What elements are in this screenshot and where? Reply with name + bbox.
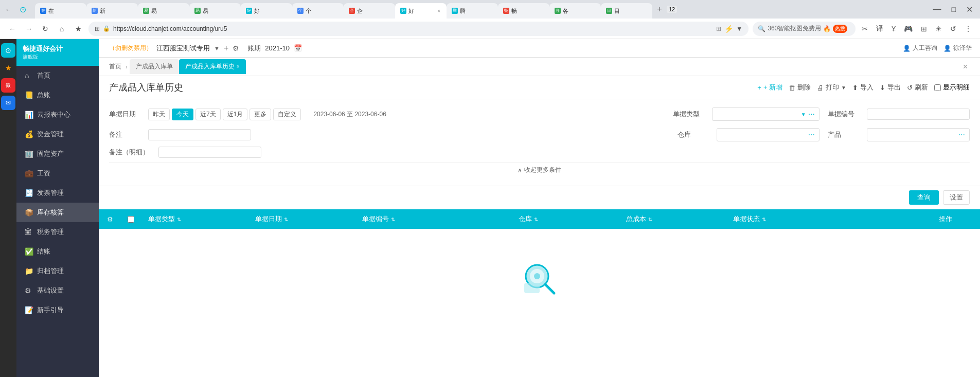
- th-checkbox[interactable]: [123, 216, 144, 223]
- tab-history-close[interactable]: ×: [237, 64, 240, 69]
- bookmark-button[interactable]: ★: [72, 23, 84, 35]
- product-dots-icon[interactable]: ···: [958, 130, 965, 139]
- tab-item-6[interactable]: 个 个: [292, 3, 344, 19]
- sidebar-item-tax[interactable]: 🏛 税务管理: [16, 222, 99, 242]
- period-value: 2021-10: [265, 44, 290, 52]
- refresh-button[interactable]: ↺ 刷新: [907, 83, 928, 92]
- home-app-icon[interactable]: ⊙: [1, 43, 15, 58]
- sidebar-item-reports[interactable]: 📊 云报表中心: [16, 105, 99, 124]
- add-button[interactable]: + + 新增: [757, 83, 782, 92]
- tab-item-3[interactable]: 易 易: [138, 3, 189, 19]
- scissors-tool[interactable]: ✂: [860, 23, 870, 35]
- translate-tool[interactable]: 译: [874, 22, 885, 35]
- tab-list[interactable]: 产成品入库单: [130, 59, 179, 74]
- reload-button[interactable]: ↻: [39, 23, 51, 35]
- grid-tool[interactable]: ⊞: [919, 23, 929, 35]
- more-tool[interactable]: ⋮: [963, 23, 974, 35]
- star-app-icon[interactable]: ★: [1, 61, 15, 75]
- tab-item-8[interactable]: 好 好 ×: [395, 3, 447, 19]
- th-cost[interactable]: 总成本 ⇅: [622, 214, 729, 224]
- sidebar-item-inventory[interactable]: 📦 库存核算: [16, 203, 99, 222]
- th-settings[interactable]: ⚙: [103, 216, 123, 223]
- table-settings-icon[interactable]: ⚙: [107, 216, 113, 223]
- user-avatar[interactable]: 👤 徐泽华: [943, 44, 972, 52]
- date-btn-today[interactable]: 今天: [172, 109, 193, 120]
- back-button[interactable]: ←: [6, 23, 19, 35]
- date-btn-yesterday[interactable]: 昨天: [148, 109, 170, 120]
- new-tab-button[interactable]: +: [652, 2, 667, 16]
- breadcrumb-home[interactable]: 首页: [107, 62, 123, 71]
- th-status[interactable]: 单据状态 ⇅: [729, 214, 836, 224]
- search-bar[interactable]: 🔍 360智能抠图免费用 🔥 热搜: [753, 22, 856, 36]
- date-btn-more[interactable]: 更多: [250, 109, 271, 120]
- sidebar-item-funds[interactable]: 💰 资金管理: [16, 124, 99, 144]
- game-tool[interactable]: 🎮: [902, 23, 915, 35]
- sidebar-item-home[interactable]: ⌂ 首页: [16, 66, 99, 85]
- mail-app-icon[interactable]: ✉: [1, 96, 15, 110]
- undo-tool[interactable]: ↺: [948, 23, 958, 35]
- type-filter-select[interactable]: ▼ ···: [712, 107, 819, 121]
- export-button[interactable]: ⬇ 导出: [880, 83, 901, 92]
- tab-item-1[interactable]: 在 在: [35, 3, 86, 19]
- sidebar-item-salary[interactable]: 💼 工资: [16, 164, 99, 183]
- date-btn-7days[interactable]: 近7天: [195, 109, 221, 120]
- yuan-tool[interactable]: ¥: [889, 23, 898, 35]
- browser-back-icon[interactable]: ←: [2, 3, 14, 15]
- query-button[interactable]: 查询: [909, 190, 939, 205]
- tab-item-7[interactable]: 企 企: [344, 3, 395, 19]
- tab-item-2[interactable]: 新 新: [86, 3, 138, 19]
- settings-gear-icon[interactable]: ⚙: [233, 44, 239, 52]
- tab-item-9[interactable]: 腾 腾: [447, 3, 498, 19]
- tab-item-4[interactable]: 易 易: [189, 3, 241, 19]
- tab-item-12[interactable]: 目 目: [601, 3, 652, 19]
- type-dots-icon[interactable]: ···: [808, 110, 815, 119]
- address-bar[interactable]: ⊞ 🔒 https://cloud.chanjet.com/accounting…: [88, 22, 749, 36]
- weibo-app-icon[interactable]: 微: [1, 78, 15, 93]
- show-columns-checkbox[interactable]: 显示明细: [934, 83, 970, 92]
- home-button[interactable]: ⌂: [56, 23, 68, 35]
- delete-button[interactable]: 🗑 删除: [789, 83, 811, 92]
- tab-history[interactable]: 产成品入库单历史 ×: [179, 59, 246, 74]
- warehouse-filter-select[interactable]: ···: [717, 128, 819, 141]
- brightness-tool[interactable]: ☀: [933, 23, 944, 35]
- th-type[interactable]: 单据类型 ⇅: [144, 214, 251, 224]
- forward-button[interactable]: →: [23, 23, 35, 35]
- service-button[interactable]: 👤 人工咨询: [903, 44, 937, 52]
- maximize-button[interactable]: □: [947, 5, 961, 13]
- th-warehouse[interactable]: 仓库 ⇅: [514, 214, 621, 224]
- add-account-button[interactable]: +: [224, 44, 228, 53]
- th-date[interactable]: 单据日期 ⇅: [251, 214, 358, 224]
- note-filter-input[interactable]: [148, 129, 251, 140]
- sidebar-item-ledger[interactable]: 📒 总账: [16, 85, 99, 105]
- date-btn-1month[interactable]: 近1月: [223, 109, 248, 120]
- account-dropdown[interactable]: ▼: [214, 45, 220, 51]
- sidebar-item-invoice[interactable]: 🧾 发票管理: [16, 183, 99, 203]
- note-detail-input[interactable]: [158, 147, 261, 158]
- sidebar-item-newtype[interactable]: 📝 新手引导: [16, 300, 99, 320]
- browser-nav-icon[interactable]: ⊙: [16, 3, 29, 15]
- sidebar-item-fixed[interactable]: 🏢 固定资产: [16, 144, 99, 164]
- date-range-text: 2023-06-06 至 2023-06-06: [313, 110, 386, 119]
- print-button[interactable]: 🖨 打印 ▼: [817, 83, 846, 92]
- import-button[interactable]: ⬆ 导入: [852, 83, 874, 92]
- tab-item-10[interactable]: 畅 畅: [498, 3, 549, 19]
- dropdown-icon[interactable]: ▼: [736, 25, 742, 32]
- settings-button[interactable]: 设置: [943, 190, 970, 205]
- sidebar-header[interactable]: 畅捷通好会计 旗舰版: [16, 39, 99, 66]
- tab-item-11[interactable]: 各 各: [549, 3, 601, 19]
- date-btn-custom[interactable]: 自定义: [273, 109, 301, 120]
- tab-item-5[interactable]: 好 好: [241, 3, 292, 19]
- warehouse-dots-icon[interactable]: ···: [808, 130, 815, 139]
- calendar-icon[interactable]: 📅: [294, 44, 302, 52]
- sidebar-item-archive[interactable]: 📁 归档管理: [16, 261, 99, 281]
- close-panel-button[interactable]: ×: [959, 62, 972, 71]
- close-window-button[interactable]: ✕: [961, 5, 978, 14]
- th-num[interactable]: 单据编号 ⇅: [358, 214, 514, 224]
- sidebar-item-settings[interactable]: ⚙ 基础设置: [16, 281, 99, 300]
- collapse-button[interactable]: ∧ 收起更多条件: [109, 162, 970, 177]
- tab-close-8[interactable]: ×: [436, 7, 441, 15]
- minimize-button[interactable]: —: [928, 5, 947, 14]
- num-filter-input[interactable]: [867, 109, 970, 120]
- product-filter-select[interactable]: ···: [867, 128, 970, 141]
- sidebar-item-checkout[interactable]: ✅ 结账: [16, 242, 99, 261]
